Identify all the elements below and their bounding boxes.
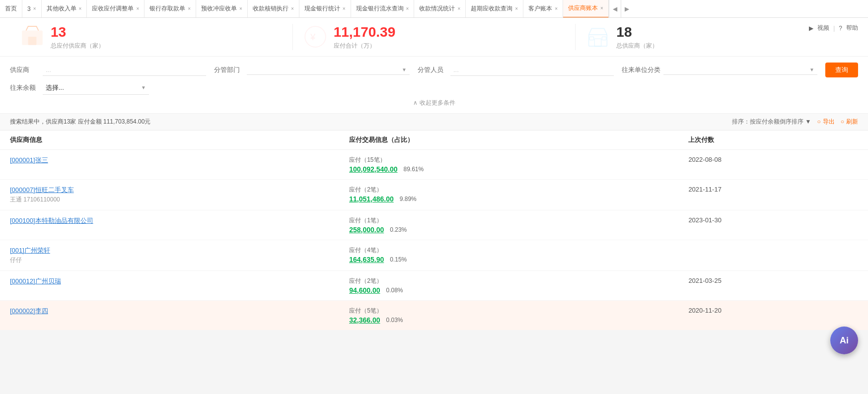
last-pay-date: 2021-03-25 <box>688 277 722 284</box>
summary-content-suppliers: 13 总应付供应商（家） <box>51 24 104 50</box>
payable-cell: 应付 （1笔） 258,000.00 0.23% <box>349 216 688 234</box>
person-filter-label: 分管人员 <box>418 66 447 74</box>
refresh-circle-icon: ○ <box>841 118 844 125</box>
category-filter-select[interactable]: ▼ <box>663 65 818 75</box>
filter-person: 分管人员 <box>418 64 614 76</box>
nav-tab-bank-deposit[interactable]: 银行存取款单 × <box>145 0 196 18</box>
total-suppliers-label: 总供应商（家） <box>616 42 658 50</box>
nav-tab-customer-ledger[interactable]: 客户账本 × <box>523 0 563 18</box>
svg-rect-7 <box>602 37 606 40</box>
summary-actions: ▶ 视频 | ? 帮助 <box>809 24 858 32</box>
nav-tab-receipt-stat[interactable]: 收款情况统计 × <box>414 0 466 18</box>
table-row[interactable]: [000100]本特勒油品有限公司 应付 （1笔） 258,000.00 0.2… <box>0 210 868 240</box>
collapse-label: 收起更多条件 <box>420 99 455 107</box>
close-icon[interactable]: × <box>600 5 603 11</box>
nav-tab-receipt-verify[interactable]: 收款核销执行 × <box>248 0 299 18</box>
nav-tab-3[interactable]: 3 × <box>22 0 42 18</box>
last-pay-date: 2022-08-08 <box>688 156 722 163</box>
payable-amount[interactable]: 32,366.00 <box>349 316 380 324</box>
supplier-link[interactable]: [001]广州荣轩 <box>10 246 349 255</box>
payable-count: （5笔） <box>361 307 382 315</box>
last-pay-cell: 2021-03-25 <box>688 277 858 294</box>
nav-tab-ar-ap-adjust[interactable]: 应收应付调整单 × <box>87 0 145 18</box>
close-icon[interactable]: × <box>457 6 460 11</box>
payable-amount-row: 32,366.00 0.03% <box>349 316 688 324</box>
nav-tab-cash-bank-query[interactable]: 现金银行流水查询 × <box>351 0 415 18</box>
total-payable-suppliers-label: 总应付供应商（家） <box>51 42 104 50</box>
filter-category: 往来单位分类 ▼ <box>622 65 818 75</box>
payable-amount[interactable]: 100,092,540.00 <box>349 165 397 173</box>
table-row[interactable]: [000001]张三 应付 （15笔） 100,092,540.00 89.61… <box>0 150 868 180</box>
result-bar: 搜索结果中，供应商13家 应付金额 111,703,854.00元 排序：按应付… <box>0 114 868 131</box>
table-row[interactable]: [000012]广州贝瑞 应付 （2笔） 94,600.00 0.08% 202… <box>0 271 868 301</box>
payable-amount[interactable]: 94,600.00 <box>349 286 380 294</box>
supplier-link[interactable]: [000100]本特勒油品有限公司 <box>10 216 349 225</box>
supplier-link[interactable]: [000002]李四 <box>10 307 349 316</box>
nav-tab-other-income[interactable]: 其他收入单 × <box>42 0 87 18</box>
export-button[interactable]: ○ 导出 <box>817 118 835 126</box>
nav-right-arrow[interactable]: ▶ <box>621 0 633 18</box>
nav-tab-supplier-ledger[interactable]: 供应商账本 × <box>563 0 609 18</box>
balance-filter-select[interactable]: 选择... ▼ <box>43 81 149 95</box>
close-icon[interactable]: × <box>33 6 36 11</box>
close-icon[interactable]: × <box>239 6 242 11</box>
separator: | <box>833 25 835 32</box>
supplier-filter-input[interactable] <box>43 64 206 76</box>
table-header: 供应商信息 应付交易信息（占比） 上次付数 <box>0 131 868 150</box>
payable-count: （2笔） <box>361 186 382 194</box>
table-row[interactable]: [001]广州荣轩 仔仔 应付 （4笔） 164,635.90 0.15% <box>0 240 868 271</box>
close-icon[interactable]: × <box>188 6 191 11</box>
query-button[interactable]: 查询 <box>825 63 858 77</box>
payable-row: 应付 （15笔） <box>349 156 688 164</box>
help-label[interactable]: 帮助 <box>846 24 858 32</box>
summary-card-payable-total: ¥ 11,170.39 应付合计（万） <box>292 24 576 50</box>
collapse-button[interactable]: ∧ 收起更多条件 <box>10 99 858 107</box>
last-pay-cell: 2021-11-17 <box>688 186 858 204</box>
filter-area: 供应商 分管部门 ▼ 分管人员 往来单位分类 ▼ 查询 往来余额 <box>0 57 868 114</box>
close-icon[interactable]: × <box>291 6 294 11</box>
supplier-link[interactable]: [000001]张三 <box>10 156 349 165</box>
supplier-link[interactable]: [000007]恒旺二手叉车 <box>10 186 349 195</box>
help-icon: ? <box>839 25 842 32</box>
export-label: 导出 <box>823 118 835 126</box>
payable-count: （2笔） <box>361 277 382 285</box>
close-icon[interactable]: × <box>555 6 558 11</box>
collapse-arrow-icon: ∧ <box>413 99 418 106</box>
refresh-button[interactable]: ○ 刷新 <box>841 118 858 126</box>
col-header-supplier: 供应商信息 <box>10 135 349 144</box>
payable-row: 应付 （2笔） <box>349 277 688 285</box>
table-row[interactable]: [000002]李四 应付 （5笔） 32,366.00 0.03% 2020-… <box>0 301 868 330</box>
table-row[interactable]: [000007]恒旺二手叉车 王通 17106110000 应付 （2笔） 11… <box>0 180 868 210</box>
svg-text:¥: ¥ <box>310 32 316 42</box>
payable-amount[interactable]: 164,635.90 <box>349 256 384 263</box>
close-icon[interactable]: × <box>515 6 518 11</box>
store-icon <box>585 24 610 49</box>
payable-amount[interactable]: 258,000.00 <box>349 226 384 234</box>
result-summary-text: 搜索结果中，供应商13家 应付金额 111,703,854.00元 <box>10 118 150 126</box>
payable-row: 应付 （5笔） <box>349 307 688 315</box>
video-label[interactable]: 视频 <box>817 24 829 32</box>
nav-left-arrow[interactable]: ◀ <box>609 0 621 18</box>
close-icon[interactable]: × <box>343 6 346 11</box>
close-icon[interactable]: × <box>79 6 82 11</box>
payable-pct: 0.08% <box>386 287 403 294</box>
person-filter-input[interactable] <box>450 64 614 76</box>
close-icon[interactable]: × <box>136 6 139 11</box>
close-icon[interactable]: × <box>406 6 409 11</box>
payable-pct: 0.03% <box>386 317 403 324</box>
nav-tab-cash-bank-stat[interactable]: 现金银行统计 × <box>299 0 351 18</box>
nav-tab-overdue-ar[interactable]: 超期应收款查询 × <box>466 0 523 18</box>
payable-row: 应付 （1笔） <box>349 216 688 225</box>
nav-tab-ar-ap-adjust-label: 应收应付调整单 <box>92 4 134 13</box>
last-pay-cell <box>688 246 858 264</box>
nav-tab-pre-receive[interactable]: 预收冲应收单 × <box>196 0 248 18</box>
nav-tab-cash-bank-query-label: 现金银行流水查询 <box>356 4 404 13</box>
dept-filter-select[interactable]: ▼ <box>247 65 410 75</box>
nav-tab-supplier-ledger-label: 供应商账本 <box>568 4 598 12</box>
supplier-link[interactable]: [000012]广州贝瑞 <box>10 277 349 286</box>
sort-label[interactable]: 排序：按应付余额倒序排序 ▼ <box>732 118 811 126</box>
payable-label: 应付 <box>349 186 361 194</box>
total-suppliers-value: 18 <box>616 24 658 41</box>
payable-amount[interactable]: 11,051,486.00 <box>349 195 394 203</box>
nav-tab-home[interactable]: 首页 <box>0 0 22 18</box>
